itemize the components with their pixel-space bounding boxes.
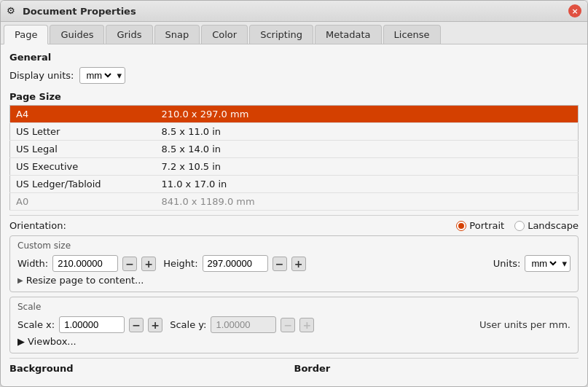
scale-x-input[interactable] bbox=[59, 316, 125, 333]
general-section-label: General bbox=[9, 52, 579, 63]
portrait-label: Portrait bbox=[469, 220, 504, 231]
page-size-name: A0 bbox=[10, 193, 156, 211]
scale-x-plus-button[interactable]: + bbox=[148, 318, 162, 332]
app-icon: ⚙ bbox=[7, 5, 18, 17]
page-size-row-usledger[interactable]: US Ledger/Tabloid 11.0 x 17.0 in bbox=[10, 176, 579, 193]
custom-size-label: Custom size bbox=[17, 241, 571, 251]
page-size-name: US Ledger/Tabloid bbox=[10, 176, 156, 193]
page-size-name: US Legal bbox=[10, 141, 156, 158]
page-content: General Display units: mm px in pt cm ▾ … bbox=[1, 44, 587, 381]
height-label: Height: bbox=[163, 258, 197, 269]
viewbox-link[interactable]: ▶ Viewbox... bbox=[17, 333, 571, 348]
display-units-label: Display units: bbox=[9, 70, 74, 81]
tab-color[interactable]: Color bbox=[201, 25, 248, 44]
viewbox-label: Viewbox... bbox=[28, 336, 77, 347]
width-label: Width: bbox=[17, 258, 48, 269]
document-properties-window: ⚙ Document Properties × Page Guides Grid… bbox=[0, 0, 588, 387]
orientation-label: Orientation: bbox=[9, 220, 456, 231]
tab-grids[interactable]: Grids bbox=[106, 25, 152, 44]
page-size-dimensions: 7.2 x 10.5 in bbox=[156, 158, 579, 176]
page-size-row-a0[interactable]: A0 841.0 x 1189.0 mm bbox=[10, 193, 579, 211]
page-size-table: A4 210.0 x 297.0 mm US Letter 8.5 x 11.0… bbox=[9, 105, 579, 211]
units-select[interactable]: mm px in pt cm bbox=[83, 69, 114, 82]
scale-x-minus-button[interactable]: − bbox=[129, 318, 144, 332]
landscape-radio-circle[interactable] bbox=[514, 221, 525, 231]
custom-units-select-box[interactable]: mm px in pt ▾ bbox=[525, 255, 571, 272]
scale-y-plus-button: + bbox=[299, 318, 314, 332]
custom-units-select[interactable]: mm px in pt bbox=[528, 257, 559, 270]
background-label: Background bbox=[9, 363, 294, 374]
page-size-name: US Letter bbox=[10, 123, 156, 141]
scale-y-label: Scale y: bbox=[170, 319, 206, 330]
scale-inputs-row: Scale x: − + Scale y: − + User units per… bbox=[17, 316, 571, 333]
page-size-dimensions: 210.0 x 297.0 mm bbox=[156, 106, 579, 123]
scale-section: Scale Scale x: − + Scale y: − + User uni… bbox=[9, 297, 579, 353]
tab-guides[interactable]: Guides bbox=[50, 25, 104, 44]
border-label: Border bbox=[294, 363, 579, 374]
window-title: Document Properties bbox=[23, 6, 564, 17]
page-size-dimensions: 8.5 x 14.0 in bbox=[156, 141, 579, 158]
page-size-dimensions: 11.0 x 17.0 in bbox=[156, 176, 579, 193]
custom-units-group: Units: mm px in pt ▾ bbox=[493, 255, 571, 272]
units-select-box[interactable]: mm px in pt cm ▾ bbox=[79, 67, 125, 84]
units-dropdown-icon: ▾ bbox=[117, 70, 122, 81]
page-size-name: US Executive bbox=[10, 158, 156, 176]
scale-y-input bbox=[211, 316, 276, 333]
width-minus-button[interactable]: − bbox=[122, 257, 137, 271]
scale-y-minus-button: − bbox=[281, 318, 295, 332]
landscape-radio-item[interactable]: Landscape bbox=[514, 220, 579, 231]
page-size-label: Page Size bbox=[9, 91, 579, 102]
page-size-section: Page Size A4 210.0 x 297.0 mm US Letter … bbox=[9, 91, 579, 211]
width-input-group: Width: − + bbox=[17, 255, 156, 272]
tab-snap[interactable]: Snap bbox=[154, 25, 200, 44]
width-plus-button[interactable]: + bbox=[141, 257, 156, 271]
tab-scripting[interactable]: Scripting bbox=[249, 25, 313, 44]
size-inputs-row: Width: − + Height: − + Units: mm bbox=[17, 255, 571, 272]
tab-license[interactable]: License bbox=[383, 25, 441, 44]
height-minus-button[interactable]: − bbox=[273, 257, 287, 271]
page-size-row-uslegal[interactable]: US Legal 8.5 x 14.0 in bbox=[10, 141, 579, 158]
portrait-radio-item[interactable]: Portrait bbox=[456, 220, 504, 231]
page-size-dimensions: 841.0 x 1189.0 mm bbox=[156, 193, 579, 211]
orientation-radio-group: Portrait Landscape bbox=[456, 220, 579, 231]
width-input[interactable] bbox=[52, 255, 118, 272]
tab-metadata[interactable]: Metadata bbox=[315, 25, 382, 44]
user-units-label: User units per mm. bbox=[479, 319, 571, 330]
scale-label: Scale bbox=[17, 302, 571, 312]
scale-y-input-group: Scale y: − + bbox=[170, 316, 314, 333]
tab-bar: Page Guides Grids Snap Color Scripting M… bbox=[1, 22, 587, 44]
scale-x-label: Scale x: bbox=[17, 319, 55, 330]
close-button[interactable]: × bbox=[568, 4, 581, 17]
page-size-row-a4[interactable]: A4 210.0 x 297.0 mm bbox=[10, 106, 579, 123]
height-input[interactable] bbox=[203, 255, 268, 272]
custom-size-section: Custom size Width: − + Height: − + Units… bbox=[9, 235, 579, 292]
orientation-row: Orientation: Portrait Landscape bbox=[9, 215, 579, 235]
scale-x-input-group: Scale x: − + bbox=[17, 316, 162, 333]
portrait-radio-circle[interactable] bbox=[456, 221, 466, 231]
page-size-name: A4 bbox=[10, 106, 156, 123]
resize-label: Resize page to content... bbox=[26, 275, 144, 286]
resize-arrow-icon: ▶ bbox=[17, 276, 23, 284]
page-size-row-usexecutive[interactable]: US Executive 7.2 x 10.5 in bbox=[10, 158, 579, 176]
custom-units-dropdown-icon: ▾ bbox=[562, 258, 567, 269]
tab-page[interactable]: Page bbox=[4, 25, 48, 44]
viewbox-arrow-icon: ▶ bbox=[17, 336, 25, 347]
titlebar: ⚙ Document Properties × bbox=[1, 1, 587, 22]
footer-labels: Background Border bbox=[9, 358, 579, 374]
display-units-row: Display units: mm px in pt cm ▾ bbox=[9, 67, 579, 84]
height-input-group: Height: − + bbox=[163, 255, 305, 272]
height-plus-button[interactable]: + bbox=[291, 257, 306, 271]
landscape-label: Landscape bbox=[528, 220, 579, 231]
resize-link[interactable]: ▶ Resize page to content... bbox=[17, 272, 571, 287]
page-size-row-usletter[interactable]: US Letter 8.5 x 11.0 in bbox=[10, 123, 579, 141]
custom-units-label: Units: bbox=[493, 258, 521, 269]
page-size-dimensions: 8.5 x 11.0 in bbox=[156, 123, 579, 141]
